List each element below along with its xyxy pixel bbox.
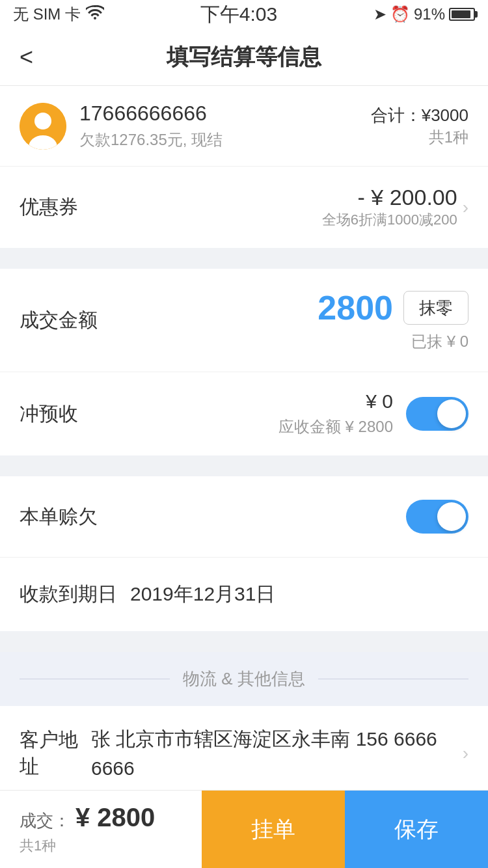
credit-row: 本单赊欠 bbox=[0, 476, 488, 557]
coupon-label: 优惠券 bbox=[20, 194, 78, 221]
credit-card: 本单赊欠 收款到期日 2019年12月31日 bbox=[0, 476, 488, 631]
alarm-icon: ⏰ bbox=[390, 5, 410, 23]
logistics-line-right bbox=[318, 679, 468, 679]
toggle-knob bbox=[437, 400, 466, 428]
deal-amount-row: 成交金额 2800 抹零 已抹 ¥ 0 bbox=[0, 269, 488, 372]
total-count: 共1种 bbox=[371, 127, 468, 148]
logistics-header: 物流 & 其他信息 bbox=[0, 652, 488, 706]
hang-button[interactable]: 挂单 bbox=[202, 791, 345, 869]
battery-percent: 91% bbox=[414, 5, 445, 23]
deal-card: 成交金额 2800 抹零 已抹 ¥ 0 冲预收 ¥ 0 应收金额 ¥ 2800 bbox=[0, 269, 488, 455]
customer-left: 17666666666 欠款1276.35元, 现结 bbox=[20, 102, 223, 150]
divider-1 bbox=[0, 258, 488, 269]
footer-count: 共1种 bbox=[20, 836, 182, 856]
duedate-label: 收款到期日 bbox=[20, 581, 117, 608]
deal-amount-label: 成交金额 bbox=[20, 307, 98, 334]
divider-2 bbox=[0, 466, 488, 476]
footer-total-label: 成交： bbox=[20, 809, 70, 832]
avatar bbox=[20, 103, 66, 150]
prepaid-right: ¥ 0 应收金额 ¥ 2800 bbox=[278, 390, 393, 437]
coupon-row[interactable]: 优惠券 - ¥ 200.00 全场6折满1000减200 › bbox=[0, 166, 488, 248]
battery-icon bbox=[449, 8, 475, 21]
prepaid-amount: ¥ 0 bbox=[366, 390, 393, 413]
duedate-row: 收款到期日 2019年12月31日 bbox=[0, 557, 488, 631]
back-button[interactable]: < bbox=[20, 44, 59, 71]
total-label: 合计：¥3000 bbox=[371, 104, 468, 127]
save-button[interactable]: 保存 bbox=[345, 791, 488, 869]
divider-3 bbox=[0, 642, 488, 652]
status-left: 无 SIM 卡 bbox=[13, 4, 104, 25]
duedate-value: 2019年12月31日 bbox=[130, 581, 275, 608]
credit-toggle[interactable] bbox=[406, 500, 468, 534]
credit-label: 本单赊欠 bbox=[20, 504, 98, 530]
prepaid-toggle[interactable] bbox=[406, 397, 468, 431]
customer-debt: 欠款1276.35元, 现结 bbox=[79, 129, 223, 150]
address-card: 客户地址 张 北京市市辖区海淀区永丰南 156 6666 6666 › bbox=[0, 706, 488, 801]
status-right: ➤ ⏰ 91% bbox=[373, 5, 475, 23]
prepaid-label: 冲预收 bbox=[20, 401, 78, 427]
customer-total: 合计：¥3000 共1种 bbox=[371, 104, 468, 148]
footer-amount: ¥ 2800 bbox=[75, 803, 155, 832]
customer-card: 17666666666 欠款1276.35元, 现结 合计：¥3000 共1种 … bbox=[0, 86, 488, 248]
location-icon: ➤ bbox=[373, 5, 386, 23]
coupon-amount: - ¥ 200.00 bbox=[322, 185, 457, 210]
svg-point-1 bbox=[34, 113, 51, 129]
customer-row: 17666666666 欠款1276.35元, 现结 合计：¥3000 共1种 bbox=[0, 86, 488, 166]
customer-info: 17666666666 欠款1276.35元, 现结 bbox=[79, 102, 223, 150]
status-bar: 无 SIM 卡 下午4:03 ➤ ⏰ 91% bbox=[0, 0, 488, 29]
address-label: 客户地址 bbox=[20, 727, 78, 780]
footer-info: 成交： ¥ 2800 共1种 bbox=[0, 803, 202, 856]
logistics-line-left bbox=[20, 679, 170, 679]
status-time: 下午4:03 bbox=[200, 1, 277, 28]
prepaid-row: 冲预收 ¥ 0 应收金额 ¥ 2800 bbox=[0, 372, 488, 455]
coupon-desc: 全场6折满1000减200 bbox=[322, 210, 457, 230]
chevron-right-icon: › bbox=[463, 197, 468, 218]
footer: 成交： ¥ 2800 共1种 挂单 保存 bbox=[0, 790, 488, 868]
carrier-text: 无 SIM 卡 bbox=[13, 4, 81, 25]
logistics-label: 物流 & 其他信息 bbox=[183, 668, 305, 690]
address-chevron-icon: › bbox=[463, 743, 468, 764]
deal-amount-sub: 已抹 ¥ 0 bbox=[411, 331, 468, 352]
deal-amount-value: 2800 bbox=[318, 288, 393, 327]
credit-toggle-knob bbox=[437, 502, 466, 531]
coupon-right-group: - ¥ 200.00 全场6折满1000减200 › bbox=[322, 185, 468, 230]
page-title: 填写结算等信息 bbox=[167, 42, 321, 72]
prepaid-yingshou: 应收金额 ¥ 2800 bbox=[278, 416, 393, 437]
customer-phone: 17666666666 bbox=[79, 102, 223, 126]
address-row[interactable]: 客户地址 张 北京市市辖区海淀区永丰南 156 6666 6666 › bbox=[0, 706, 488, 801]
nav-bar: < 填写结算等信息 bbox=[0, 29, 488, 86]
wifi-icon bbox=[86, 5, 104, 23]
address-value: 张 北京市市辖区海淀区永丰南 156 6666 6666 bbox=[78, 724, 463, 783]
round-button[interactable]: 抹零 bbox=[403, 291, 468, 325]
